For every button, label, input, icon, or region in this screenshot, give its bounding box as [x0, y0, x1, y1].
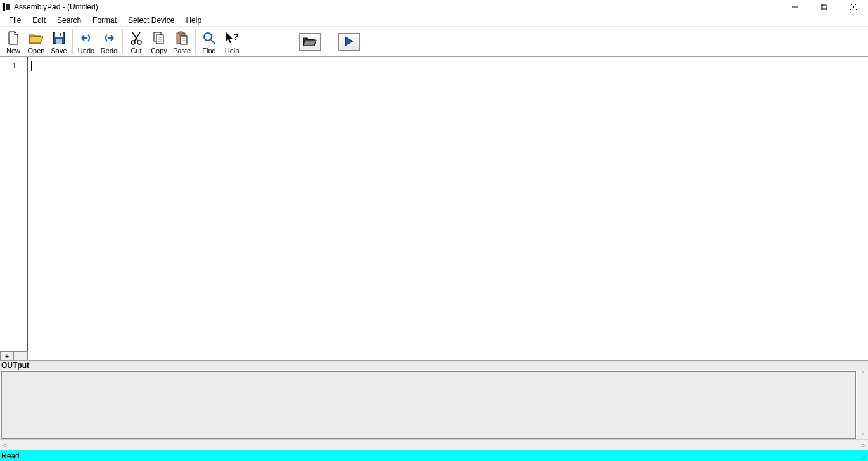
undo-button[interactable]: Undo [75, 28, 98, 56]
browse-button[interactable] [299, 33, 321, 51]
output-panel: ˄ ˅ [0, 370, 868, 439]
output-vertical-scrollbar[interactable]: ˄ ˅ [857, 370, 868, 439]
status-text: Read [1, 452, 20, 460]
copy-icon [153, 30, 165, 46]
new-file-icon [7, 30, 20, 46]
new-button[interactable]: New [2, 28, 25, 56]
run-button[interactable] [338, 33, 360, 51]
new-label: New [6, 46, 20, 55]
toolbar: New Open Save Undo Redo Cut [0, 27, 868, 57]
svg-rect-9 [56, 39, 62, 44]
svg-rect-21 [179, 32, 183, 34]
app-icon [3, 3, 10, 11]
maximize-button[interactable] [810, 0, 839, 14]
open-button[interactable]: Open [25, 28, 48, 56]
menu-bar: File Edit Search Format Select Device He… [0, 14, 868, 27]
output-textbox[interactable] [1, 371, 856, 439]
output-header: OUTput [0, 360, 868, 370]
tab-plus[interactable]: + [0, 351, 14, 360]
cut-label: Cut [131, 46, 141, 55]
paste-icon [176, 30, 188, 46]
svg-line-29 [862, 455, 867, 460]
redo-label: Redo [101, 46, 117, 55]
copy-button[interactable]: Copy [148, 28, 170, 56]
scroll-up-icon: ˄ [861, 370, 864, 377]
scroll-left-icon: < [3, 442, 6, 449]
scroll-right-icon: > [862, 442, 865, 449]
toolbar-separator [72, 29, 73, 54]
folder-icon [303, 35, 317, 48]
window-title: AssemblyPad - (Untitled) [14, 3, 98, 11]
cut-button[interactable]: Cut [125, 28, 148, 56]
redo-icon [102, 30, 116, 46]
search-icon [202, 30, 216, 46]
editor-area: 1 [0, 57, 868, 351]
code-editor[interactable] [28, 57, 868, 351]
undo-label: Undo [78, 46, 94, 55]
output-tabs-strip: + - [0, 351, 868, 360]
menu-search[interactable]: Search [51, 15, 87, 26]
close-button[interactable] [839, 0, 868, 14]
svg-text:?: ? [233, 32, 239, 42]
status-bar: Read [0, 450, 868, 461]
find-button[interactable]: Find [198, 28, 220, 56]
help-button[interactable]: ? Help [220, 28, 243, 56]
menu-edit[interactable]: Edit [27, 15, 51, 26]
svg-rect-3 [821, 5, 826, 10]
menu-select-device[interactable]: Select Device [122, 15, 180, 26]
menu-help[interactable]: Help [180, 15, 207, 26]
play-icon [344, 36, 354, 47]
title-bar: AssemblyPad - (Untitled) [0, 0, 868, 14]
save-label: Save [51, 46, 67, 55]
toolbar-separator [122, 29, 123, 54]
paste-button[interactable]: Paste [170, 28, 193, 56]
svg-rect-4 [822, 4, 827, 9]
undo-icon [79, 30, 93, 46]
horizontal-scrollbar[interactable]: < > [0, 439, 868, 450]
paste-label: Paste [173, 46, 191, 55]
save-button[interactable]: Save [48, 28, 70, 56]
scroll-down-icon: ˅ [861, 433, 864, 439]
open-folder-icon [29, 30, 44, 46]
menu-file[interactable]: File [3, 15, 27, 26]
line-number: 1 [0, 61, 16, 70]
copy-label: Copy [151, 46, 167, 55]
svg-rect-0 [3, 3, 5, 11]
text-cursor [31, 61, 32, 71]
window-controls [781, 0, 868, 14]
help-label: Help [225, 46, 239, 55]
help-pointer-icon: ? [225, 30, 239, 46]
svg-rect-1 [6, 4, 10, 10]
save-disk-icon [53, 30, 65, 46]
tab-minus[interactable]: - [14, 351, 28, 360]
svg-line-26 [211, 40, 215, 44]
find-label: Find [202, 46, 215, 55]
line-gutter: 1 [0, 57, 28, 351]
open-label: Open [28, 46, 45, 55]
minimize-button[interactable] [781, 0, 810, 14]
svg-rect-10 [60, 33, 61, 36]
svg-point-25 [204, 33, 212, 41]
resize-grip[interactable] [855, 450, 868, 461]
toolbar-separator [195, 29, 196, 54]
redo-button[interactable]: Redo [98, 28, 120, 56]
svg-rect-8 [55, 32, 63, 37]
menu-format[interactable]: Format [87, 15, 122, 26]
scissors-icon [130, 30, 143, 46]
